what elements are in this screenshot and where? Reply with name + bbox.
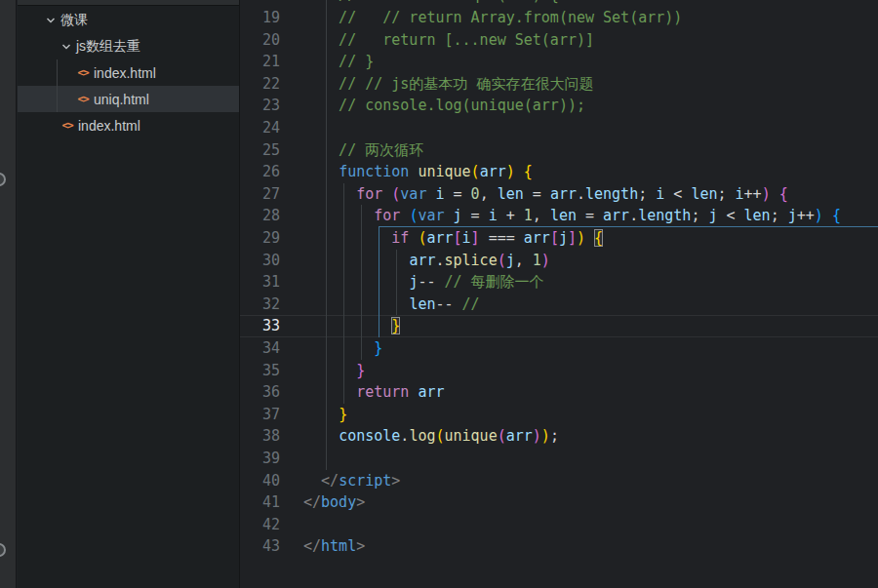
code-text: // // js的基本功 确实存在很大问题 bbox=[303, 73, 593, 96]
line-number: 19 bbox=[240, 7, 285, 29]
code-line-35[interactable]: 35 } bbox=[240, 360, 878, 382]
line-number: 26 bbox=[240, 161, 285, 183]
vscode-window: 微课js数组去重<>index.html<>uniq.html<>index.h… bbox=[0, 0, 878, 588]
code-text: // // return Array.from(new Set(arr)) bbox=[303, 7, 682, 29]
tree-indent-guide bbox=[57, 59, 58, 112]
code-text: for (var j = i + 1, len = arr.length; j … bbox=[303, 205, 841, 227]
code-text: </script> bbox=[303, 470, 400, 492]
code-line-28[interactable]: 28 for (var j = i + 1, len = arr.length;… bbox=[240, 205, 878, 227]
sidebar-partial-header-row bbox=[18, 0, 239, 6]
line-number: 22 bbox=[240, 73, 285, 96]
code-line-21[interactable]: 21 // } bbox=[240, 51, 878, 73]
active-bracket-guide-horizontal bbox=[379, 226, 878, 227]
indent-guide bbox=[343, 183, 344, 404]
html-file-icon: <> bbox=[74, 66, 92, 79]
code-line-23[interactable]: 23 // console.log(unique(arr)); bbox=[240, 95, 878, 117]
line-number: 31 bbox=[240, 271, 285, 294]
code-text: arr.splice(j, 1) bbox=[303, 250, 550, 272]
code-editor[interactable]: 18 // function unique(arr) {19 // // ret… bbox=[240, 0, 878, 588]
code-text: } bbox=[303, 315, 400, 337]
tree-item-label: 微课 bbox=[60, 12, 88, 29]
code-line-31[interactable]: 31 j-- // 每删除一个 bbox=[240, 271, 878, 294]
line-number: 25 bbox=[240, 139, 285, 162]
activity-bar bbox=[0, 0, 17, 588]
code-line-41[interactable]: 41</body> bbox=[240, 491, 878, 514]
line-number: 35 bbox=[240, 360, 285, 382]
code-line-26[interactable]: 26 function unique(arr) { bbox=[240, 161, 878, 183]
code-line-34[interactable]: 34 } bbox=[240, 337, 878, 360]
matched-bracket: { bbox=[594, 229, 603, 247]
code-line-32[interactable]: 32 len-- // bbox=[240, 294, 878, 316]
code-line-42[interactable]: 42 bbox=[240, 514, 878, 536]
tree-item-label: index.html bbox=[78, 118, 140, 134]
code-line-43[interactable]: 43</html> bbox=[240, 535, 878, 558]
line-number: 39 bbox=[240, 448, 285, 470]
tree-folder-js数组去重[interactable]: js数组去重 bbox=[18, 33, 239, 59]
html-file-icon: <> bbox=[74, 93, 92, 105]
line-number: 28 bbox=[240, 205, 285, 227]
tree-file-uniq.html[interactable]: <>uniq.html bbox=[18, 86, 239, 112]
code-line-40[interactable]: 40 </script> bbox=[240, 470, 878, 492]
code-text: return arr bbox=[303, 381, 445, 404]
code-text: function unique(arr) { bbox=[303, 161, 533, 183]
line-number: 24 bbox=[240, 117, 285, 139]
code-text: // 两次循环 bbox=[303, 139, 423, 162]
code-line-37[interactable]: 37 } bbox=[240, 404, 878, 426]
code-line-22[interactable]: 22 // // js的基本功 确实存在很大问题 bbox=[240, 73, 878, 96]
matched-bracket: } bbox=[391, 317, 400, 334]
code-line-24[interactable]: 24 bbox=[240, 117, 878, 139]
line-number: 21 bbox=[240, 51, 285, 73]
code-text: </body> bbox=[303, 491, 365, 514]
line-number: 42 bbox=[240, 514, 285, 536]
chevron-down-icon bbox=[59, 42, 74, 52]
indent-guide bbox=[361, 205, 362, 359]
code-text: // return [...new Set(arr)] bbox=[303, 29, 594, 52]
line-number: 30 bbox=[240, 250, 285, 272]
tree-item-label: index.html bbox=[94, 65, 156, 81]
settings-partial-icon[interactable] bbox=[0, 543, 6, 557]
code-text: j-- // 每删除一个 bbox=[303, 271, 544, 294]
code-line-33[interactable]: 33 } bbox=[240, 315, 878, 337]
code-text: console.log(unique(arr)); bbox=[303, 425, 559, 448]
line-number: 40 bbox=[240, 470, 285, 492]
chevron-down-icon bbox=[43, 16, 59, 25]
line-number: 23 bbox=[240, 95, 285, 117]
indent-guide bbox=[326, 0, 327, 470]
tree-file-index.html[interactable]: <>index.html bbox=[18, 59, 239, 86]
code-line-19[interactable]: 19 // // return Array.from(new Set(arr)) bbox=[240, 7, 878, 29]
code-text: if (arr[i] === arr[j]) { bbox=[303, 227, 603, 250]
code-line-27[interactable]: 27 for (var i = 0, len = arr.length; i <… bbox=[240, 183, 878, 206]
code-text: } bbox=[303, 360, 365, 382]
active-bracket-guide bbox=[379, 227, 379, 337]
explorer-sidebar: 微课js数组去重<>index.html<>uniq.html<>index.h… bbox=[18, 0, 240, 588]
line-number: 29 bbox=[240, 227, 285, 250]
tree-item-label: uniq.html bbox=[94, 92, 149, 107]
tree-folder-微课[interactable]: 微课 bbox=[18, 7, 239, 33]
code-line-29[interactable]: 29 if (arr[i] === arr[j]) { bbox=[240, 227, 878, 250]
code-line-36[interactable]: 36 return arr bbox=[240, 381, 878, 404]
code-text: // } bbox=[303, 51, 374, 73]
line-number: 34 bbox=[240, 337, 285, 360]
line-number: 27 bbox=[240, 183, 285, 206]
code-text: // console.log(unique(arr)); bbox=[303, 95, 585, 117]
tree-file-index.html[interactable]: <>index.html bbox=[18, 112, 239, 138]
indent-guide bbox=[396, 250, 397, 316]
code-line-38[interactable]: 38 console.log(unique(arr)); bbox=[240, 425, 878, 448]
line-number: 37 bbox=[240, 404, 285, 426]
line-number: 38 bbox=[240, 425, 285, 448]
code-text: </html> bbox=[303, 535, 365, 558]
code-text: for (var i = 0, len = arr.length; i < le… bbox=[303, 183, 788, 206]
line-number: 43 bbox=[240, 535, 285, 558]
line-number: 20 bbox=[240, 29, 285, 52]
html-file-icon: <> bbox=[59, 119, 76, 132]
line-number: 41 bbox=[240, 491, 285, 514]
code-line-25[interactable]: 25 // 两次循环 bbox=[240, 139, 878, 162]
code-line-20[interactable]: 20 // return [...new Set(arr)] bbox=[240, 29, 878, 52]
code-text: len-- // bbox=[303, 294, 480, 316]
code-line-39[interactable]: 39 bbox=[240, 448, 878, 470]
tree-item-label: js数组去重 bbox=[76, 38, 140, 56]
code-line-30[interactable]: 30 arr.splice(j, 1) bbox=[240, 250, 878, 272]
line-number: 33 bbox=[240, 315, 285, 337]
account-partial-icon[interactable] bbox=[0, 173, 6, 186]
line-number: 36 bbox=[240, 381, 285, 404]
